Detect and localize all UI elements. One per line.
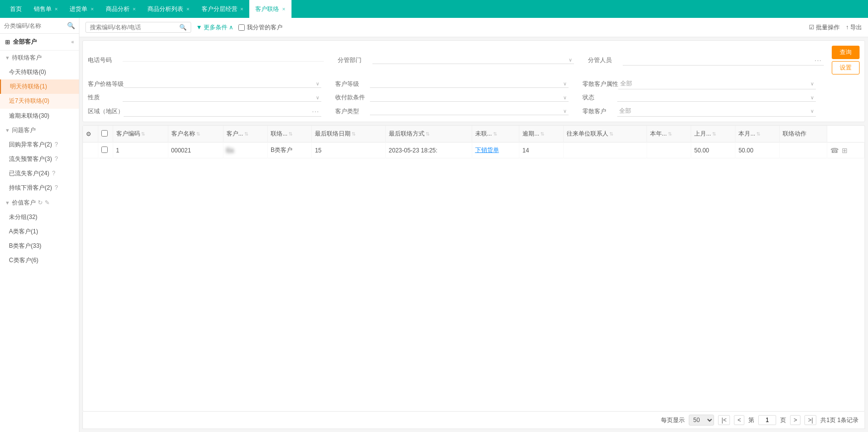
reset-button[interactable]: 设置 <box>832 61 860 74</box>
nav-analysis-list[interactable]: 商品分析列表 × <box>142 0 195 18</box>
nature-down-icon: ∨ <box>316 95 319 100</box>
last-page-button[interactable]: >| <box>804 415 816 425</box>
main-search-input[interactable] <box>90 24 179 31</box>
row-name[interactable]: Ea <box>223 143 267 158</box>
row-index: 1 <box>113 143 168 158</box>
group-problem-customers[interactable]: ▼ 问题客户 <box>0 123 79 138</box>
sort-overdue-icon[interactable]: ⇅ <box>540 131 544 137</box>
main-search-icon[interactable]: 🔍 <box>179 24 187 31</box>
col-last-month: 上月... ⇅ <box>691 126 735 143</box>
row-last-method[interactable]: 下销货单 <box>472 143 519 158</box>
dept-select[interactable]: ∨ <box>372 56 574 64</box>
sidebar-item-7days[interactable]: 近7天待联络(0) <box>0 94 79 108</box>
sidebar-item-overdue[interactable]: 逾期未联络(30) <box>0 109 79 123</box>
sort-contacts-icon[interactable]: ⇅ <box>289 131 292 137</box>
export-button[interactable]: ↑ 导出 <box>846 23 862 32</box>
group-value-customers[interactable]: ▼ 价值客户 ↻ ✎ <box>0 196 79 210</box>
sort-this-year-icon[interactable]: ⇅ <box>668 131 672 137</box>
refresh-icon[interactable]: ↻ <box>38 199 43 206</box>
sidebar-item-declining[interactable]: 持续下滑客户(2) ? <box>0 181 79 195</box>
batch-operation-button[interactable]: ☑ 批量操作 <box>809 23 840 32</box>
sidebar-item-abnormal[interactable]: 回购异常客户(2) ? <box>0 138 79 152</box>
sort-name-icon[interactable]: ⇅ <box>196 131 200 137</box>
sidebar-item-churned[interactable]: 已流失客户(24) ? <box>0 166 79 181</box>
sidebar-item-today[interactable]: 今天待联络(0) <box>0 65 79 79</box>
nature-select[interactable]: ∨ <box>123 94 321 102</box>
manager-select[interactable]: ··· <box>623 55 824 66</box>
row-select-checkbox[interactable] <box>101 146 108 153</box>
nav-sales[interactable]: 销售单 × <box>28 0 64 18</box>
retail-customer-select[interactable]: 全部 ∨ <box>617 106 816 117</box>
col-checkbox[interactable] <box>98 126 113 143</box>
filter-row-2: 客户价格等级 ∨ 客户等级 ∨ 零散客户属性 全部 ∨ <box>88 78 860 89</box>
filter-actions: 查询 设置 <box>832 46 860 74</box>
content-area: 🔍 ▼ 更多条件 ∧ 我分管的客户 ☑ 批量操作 ↑ 导出 <box>79 18 868 432</box>
nav-home[interactable]: 首页 <box>4 0 28 18</box>
action-more-icon[interactable]: ⊞ <box>842 146 848 154</box>
price-level-select[interactable]: ∨ <box>124 80 321 88</box>
nav-sales-close-icon[interactable]: × <box>55 6 58 12</box>
nav-contact-close-icon[interactable]: × <box>282 6 285 12</box>
query-button[interactable]: 查询 <box>832 46 860 59</box>
sidebar-item-ungroup[interactable]: 未分组(32) <box>0 210 79 224</box>
customer-level-select[interactable]: ∨ <box>370 80 569 88</box>
nav-customer-segment[interactable]: 客户分层经营 × <box>196 0 249 18</box>
nav-customer-contact[interactable]: 客户联络 × <box>249 0 291 18</box>
select-all-checkbox[interactable] <box>101 130 108 137</box>
sort-date-icon[interactable]: ⇅ <box>352 131 356 137</box>
sort-code-icon[interactable]: ⇅ <box>141 131 145 137</box>
sidebar-item-class-b[interactable]: B类客户(33) <box>0 239 79 253</box>
nav-analysis[interactable]: 商品分析 × <box>100 0 142 18</box>
sort-contact-person-icon[interactable]: ⇅ <box>609 131 613 137</box>
row-settings <box>83 143 98 158</box>
sidebar-item-churn-warning[interactable]: 流失预警客户(3) ? <box>0 152 79 166</box>
page-size-select[interactable]: 50 100 200 <box>689 415 714 426</box>
sidebar-item-class-c[interactable]: C类客户(6) <box>0 253 79 268</box>
nav-segment-close-icon[interactable]: × <box>240 6 243 12</box>
sort-this-month-icon[interactable]: ⇅ <box>756 131 760 137</box>
filter-customer-type: 客户类型 ∨ <box>335 107 569 116</box>
prev-page-button[interactable]: < <box>734 415 744 425</box>
col-settings[interactable]: ⚙ <box>83 126 98 143</box>
sort-type-icon[interactable]: ⇅ <box>244 131 248 137</box>
row-unlink-days: 14 <box>519 143 564 158</box>
my-customers-check[interactable] <box>238 24 245 31</box>
payment-select[interactable]: ∨ <box>370 94 569 102</box>
action-phone-icon[interactable]: ☎ <box>830 146 839 154</box>
sidebar-item-tomorrow[interactable]: 明天待联络(1) <box>0 79 79 94</box>
sidebar-item-class-a[interactable]: A类客户(1) <box>0 224 79 239</box>
nav-purchase[interactable]: 进货单 × <box>64 0 99 18</box>
ctype-down-icon: ∨ <box>563 108 567 114</box>
edit-icon[interactable]: ✎ <box>45 199 50 206</box>
sidebar-search-icon[interactable]: 🔍 <box>67 22 75 29</box>
settings-icon[interactable]: ⚙ <box>86 131 91 138</box>
sort-last-month-icon[interactable]: ⇅ <box>712 131 716 137</box>
row-checkbox[interactable] <box>98 143 113 158</box>
phone-input[interactable] <box>123 59 324 62</box>
region-select[interactable]: ··· <box>124 106 321 117</box>
page-number-input[interactable] <box>758 415 776 425</box>
retail-attr-select[interactable]: 全部 ∨ <box>618 78 816 89</box>
my-customers-checkbox[interactable]: 我分管的客户 <box>238 23 283 32</box>
next-page-button[interactable]: > <box>790 415 800 425</box>
filter-row-3: 性质 ∨ 收付款条件 ∨ 状态 ∨ <box>88 93 860 102</box>
sort-unlink-icon[interactable]: ⇅ <box>493 131 497 137</box>
sidebar: 🔍 ⊞ 全部客户 « ▼ 待联络客户 今天待联络(0) 明天待联络(1) 近7天… <box>0 18 79 432</box>
collapse-icon[interactable]: « <box>71 39 74 45</box>
filter-phone: 电话号码 <box>88 56 324 65</box>
filter-retail-customer: 零散客户 全部 ∨ <box>582 106 816 117</box>
sidebar-search-input[interactable] <box>4 22 67 29</box>
sort-method-icon[interactable]: ⇅ <box>426 131 430 137</box>
check-icon: ☑ <box>809 24 814 31</box>
sidebar-all-customers[interactable]: ⊞ 全部客户 « <box>0 34 79 51</box>
nav-purchase-close-icon[interactable]: × <box>90 6 93 12</box>
nav-analysis-close-icon[interactable]: × <box>133 6 136 12</box>
status-select[interactable]: ∨ <box>617 94 816 102</box>
filter-payment: 收付款条件 ∨ <box>335 93 569 102</box>
nav-analysis-list-close-icon[interactable]: × <box>186 6 189 12</box>
first-page-button[interactable]: |< <box>718 415 730 425</box>
customer-type-select[interactable]: ∨ <box>370 107 569 115</box>
group-pending-contact[interactable]: ▼ 待联络客户 <box>0 51 79 65</box>
more-filter-button[interactable]: ▼ 更多条件 ∧ <box>196 23 233 32</box>
top-actions: ☑ 批量操作 ↑ 导出 <box>809 23 862 32</box>
